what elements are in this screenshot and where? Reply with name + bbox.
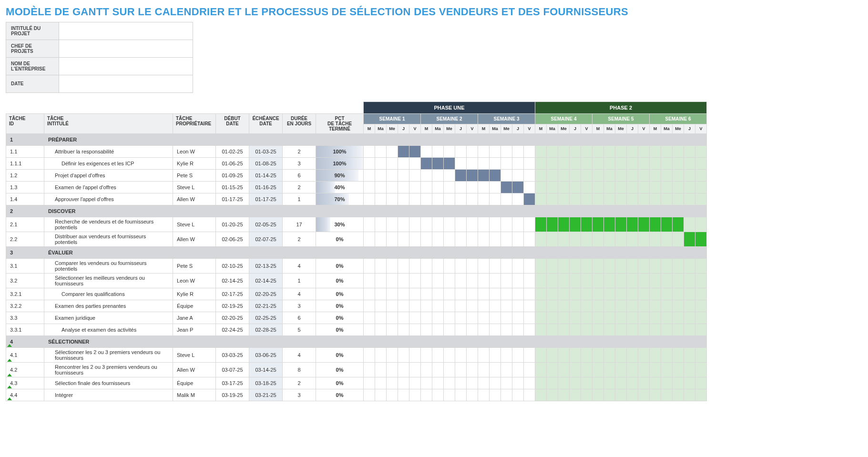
gantt-cell [512,312,524,324]
day-header: V [638,124,650,133]
task-id: 2.2 [6,232,44,247]
gantt-cell [535,232,547,247]
gantt-cell [661,300,673,312]
gantt-cell [695,389,707,401]
gantt-cell [638,259,650,274]
gantt-cell [444,182,455,193]
info-value-project-manager[interactable] [59,40,193,58]
gantt-cell [570,300,581,312]
gantt-cell [467,324,478,336]
gantt-cell [684,348,695,363]
gantt-cell [615,377,627,389]
gantt-cell [387,324,398,336]
gantt-cell [673,182,684,193]
day-header: M [478,124,490,133]
gantt-cell [558,158,570,170]
gantt-cell [650,158,661,170]
gantt-cell [592,288,604,300]
task-owner: Steve L [173,182,216,193]
table-row: 3.2.1Comparer les qualificationsKylie R0… [6,288,707,300]
gantt-cell [524,259,535,274]
day-header: Ma [375,124,387,133]
gantt-cell [558,389,570,401]
gantt-cell [581,182,592,193]
gantt-cell [615,300,627,312]
gantt-cell [364,146,375,158]
table-row: 1.4Approuver l'appel d'offresAllen W01-1… [6,193,707,205]
gantt-cell [604,363,615,377]
gantt-cell [478,182,490,193]
gantt-cell [684,158,695,170]
gantt-cell [501,259,512,274]
gantt-cell [638,170,650,182]
gantt-cell [501,348,512,363]
task-owner: Allen W [173,232,216,247]
gantt-cell [467,288,478,300]
col-header-task-title: TÂCHEINTITULÉ [44,114,173,134]
gantt-cell [490,182,501,193]
gantt-cell [547,324,558,336]
gantt-cell [661,146,673,158]
gantt-cell [490,363,501,377]
gantt-cell [638,217,650,232]
gantt-cell [592,170,604,182]
gantt-cell [375,146,387,158]
gantt-cell [558,348,570,363]
gantt-cell [615,158,627,170]
gantt-cell [432,146,444,158]
gantt-cell [478,389,490,401]
gantt-cell [558,288,570,300]
task-title: Analyse et examen des activités [44,324,173,336]
task-due: 01-08-25 [249,158,283,170]
gantt-cell [478,274,490,288]
task-id: 4.3 [6,377,44,389]
gantt-cell [512,158,524,170]
gantt-cell [695,158,707,170]
gantt-cell [535,288,547,300]
gantt-cell [478,232,490,247]
gantt-cell [444,217,455,232]
gantt-cell [421,363,432,377]
gantt-cell [364,348,375,363]
gantt-cell [627,324,638,336]
gantt-cell [455,170,467,182]
task-owner: Steve L [173,217,216,232]
gantt-cell [398,348,409,363]
gantt-cell [444,193,455,205]
gantt-cell [512,300,524,312]
gantt-cell [581,232,592,247]
gantt-cell [695,288,707,300]
task-due: 02-07-25 [249,232,283,247]
info-value-project-title[interactable] [59,22,193,40]
task-title: PRÉPARER [44,134,173,146]
group-row: 4SÉLECTIONNER [6,336,707,348]
gantt-cell [661,217,673,232]
day-header: V [581,124,592,133]
gantt-cell [501,288,512,300]
gantt-cell [387,288,398,300]
triangle-marker-icon [7,344,12,347]
gantt-cell [364,158,375,170]
gantt-cell [387,146,398,158]
gantt-cell [695,348,707,363]
task-pct: 0% [316,377,364,389]
gantt-cell [478,158,490,170]
gantt-cell [581,324,592,336]
task-duration: 3 [283,389,316,401]
gantt-cell [581,288,592,300]
task-pct: 70% [316,193,364,205]
gantt-cell [490,389,501,401]
task-id: 4.2 [6,363,44,377]
info-value-company-name[interactable] [59,58,193,75]
gantt-cell [570,274,581,288]
gantt-cell [398,288,409,300]
gantt-cell [558,193,570,205]
gantt-cell [421,259,432,274]
gantt-cell [684,193,695,205]
gantt-cell [364,363,375,377]
gantt-cell [661,232,673,247]
gantt-cell [455,193,467,205]
gantt-cell [592,232,604,247]
task-start: 02-24-25 [216,324,249,336]
info-value-date[interactable] [59,75,193,93]
